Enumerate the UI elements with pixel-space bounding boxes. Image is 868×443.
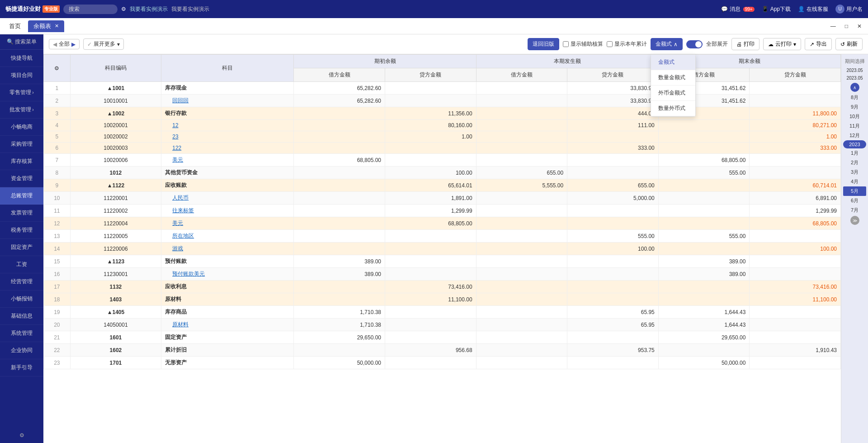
refresh-btn[interactable]: ↺ 刷新 bbox=[835, 38, 863, 50]
sidebar-settings-btn[interactable]: ⚙ bbox=[0, 428, 43, 443]
online-service-btn[interactable]: 👤 在线客服 bbox=[798, 5, 828, 13]
sidebar-item-tax[interactable]: 税务管理 bbox=[0, 222, 43, 239]
expand-btn[interactable]: ✓ 展开更多 ▾ bbox=[83, 38, 124, 50]
sidebar-search[interactable]: 🔍 搜索菜单 bbox=[0, 34, 43, 50]
period-11[interactable]: 11月 bbox=[843, 121, 866, 131]
sidebar-item-purchase[interactable]: 采购管理 bbox=[0, 136, 43, 153]
show-ytd-input[interactable] bbox=[607, 41, 613, 47]
row-subject-cell[interactable]: 美元 bbox=[161, 154, 294, 167]
row-subject-cell[interactable]: 固定资产 bbox=[161, 331, 294, 344]
sidebar-item-invoice[interactable]: 发票管理 bbox=[0, 205, 43, 222]
row-subject-cell[interactable]: 122 bbox=[161, 143, 294, 154]
row-subject-cell[interactable]: 23 bbox=[161, 131, 294, 143]
period-3[interactable]: 3月 bbox=[843, 167, 866, 177]
minimize-btn[interactable]: — bbox=[828, 23, 839, 29]
all-expand-toggle[interactable] bbox=[686, 40, 703, 48]
period-2023-05-1[interactable]: 2023.05 bbox=[843, 67, 866, 74]
row-cb_credit-cell: 1,910.43 bbox=[750, 344, 841, 357]
row-subject-cell[interactable]: 人民币 bbox=[161, 192, 294, 205]
row-subject-cell[interactable]: 原材料 bbox=[161, 319, 294, 331]
cb-credit-label: 贷方金额 bbox=[784, 71, 806, 78]
top-settings-icon[interactable]: ⚙ bbox=[121, 6, 126, 12]
row-subject-cell[interactable]: 应收账款 bbox=[161, 179, 294, 192]
user-menu[interactable]: U 用户名 bbox=[835, 5, 863, 14]
row-subject-cell[interactable]: 原材料 bbox=[161, 293, 294, 306]
sidebar-item-enterprise[interactable]: 企业协同 bbox=[0, 342, 43, 359]
menu-item-amount[interactable]: 金额式 bbox=[651, 55, 695, 70]
row-ob_debit-cell: 68,805.00 bbox=[294, 154, 385, 167]
sidebar-item-ledger[interactable]: 总账管理 bbox=[0, 187, 43, 205]
sidebar-item-guide[interactable]: 新手引导 bbox=[0, 359, 43, 376]
row-subject-cell[interactable]: 往来标签 bbox=[161, 205, 294, 217]
row-num-cell: 19 bbox=[44, 306, 71, 319]
period-4[interactable]: 4月 bbox=[843, 177, 866, 186]
row-subject-cell[interactable]: 银行存款 bbox=[161, 107, 294, 120]
tab-home[interactable]: 首页 bbox=[4, 20, 26, 32]
period-collapse-btn[interactable]: ≫ bbox=[850, 216, 859, 225]
period-5[interactable]: 5月 bbox=[843, 186, 866, 196]
sidebar-item-fund[interactable]: 资金管理 bbox=[0, 170, 43, 187]
menu-item-qty-foreign[interactable]: 数量外币式 bbox=[651, 101, 695, 116]
amount-mode-dropdown[interactable]: 金额式 ∧ 金额式 数量金额式 外币金额式 数量外币式 bbox=[651, 38, 683, 50]
period-1[interactable]: 1月 bbox=[843, 148, 866, 158]
row-cb_credit-cell bbox=[750, 306, 841, 319]
search-box[interactable]: ◀ 全部 ▶ bbox=[49, 39, 80, 49]
app-download-btn[interactable]: 📱 App下载 bbox=[762, 5, 791, 13]
cloud-print-btn[interactable]: ☁ 云打印 ▾ bbox=[763, 38, 801, 50]
sidebar-item-quicknav[interactable]: 快捷导航 bbox=[0, 50, 43, 67]
row-subject-cell[interactable]: 累计折旧 bbox=[161, 344, 294, 357]
sidebar-item-basic[interactable]: 基础信息 bbox=[0, 308, 43, 325]
show-assist-input[interactable] bbox=[563, 41, 569, 47]
period-9[interactable]: 9月 bbox=[843, 102, 866, 112]
return-old-btn[interactable]: 退回旧版 bbox=[528, 38, 559, 50]
sidebar-item-inventory[interactable]: 库存核算 bbox=[0, 153, 43, 170]
close-btn[interactable]: ✕ bbox=[854, 23, 864, 29]
sidebar-item-sales[interactable]: 小畅报销 bbox=[0, 291, 43, 308]
sidebar-item-assets[interactable]: 固定资产 bbox=[0, 239, 43, 256]
tab-balance[interactable]: 余额表 ✕ bbox=[28, 20, 64, 32]
row-subject-cell[interactable]: 应收利息 bbox=[161, 281, 294, 293]
menu-item-qty-amount[interactable]: 数量金额式 bbox=[651, 70, 695, 86]
period-6[interactable]: 6月 bbox=[843, 196, 866, 205]
search-right-icon[interactable]: ▶ bbox=[71, 41, 75, 48]
sidebar-item-ecommerce[interactable]: 小畅电商 bbox=[0, 119, 43, 136]
period-7[interactable]: 7月 bbox=[843, 205, 866, 215]
amount-mode-btn[interactable]: 金额式 ∧ bbox=[651, 38, 683, 50]
demo-text[interactable]: 我要看实例演示 bbox=[171, 5, 209, 13]
row-subject-cell[interactable]: 无形资产 bbox=[161, 357, 294, 369]
settings-col-header[interactable]: ⚙ bbox=[44, 55, 71, 82]
message-btn[interactable]: 💬 消息 99+ bbox=[721, 5, 755, 13]
row-subject-cell[interactable]: 库存现金 bbox=[161, 82, 294, 95]
tab-close-icon[interactable]: ✕ bbox=[55, 23, 59, 29]
row-subject-cell[interactable]: 所在地区 bbox=[161, 230, 294, 243]
sidebar-item-retail[interactable]: 零售管理 › bbox=[0, 84, 43, 101]
demo-link[interactable]: 我要看实例演示 bbox=[130, 5, 168, 13]
sidebar-item-payroll[interactable]: 工资 bbox=[0, 256, 43, 273]
sidebar-item-project[interactable]: 项目合同 bbox=[0, 67, 43, 84]
period-2[interactable]: 2月 bbox=[843, 158, 866, 167]
period-2023-05-2[interactable]: 2023.05 bbox=[843, 74, 866, 82]
row-subject-cell[interactable]: 库存商品 bbox=[161, 306, 294, 319]
sidebar-item-system[interactable]: 系统管理 bbox=[0, 325, 43, 342]
maximize-btn[interactable]: □ bbox=[842, 23, 851, 29]
menu-item-foreign-amount[interactable]: 外币金额式 bbox=[651, 86, 695, 101]
row-subject-cell[interactable]: 12 bbox=[161, 120, 294, 131]
period-10[interactable]: 10月 bbox=[843, 112, 866, 121]
print-btn[interactable]: 🖨 打印 bbox=[731, 38, 760, 50]
period-12[interactable]: 12月 bbox=[843, 131, 866, 140]
period-year-2023[interactable]: 2023 bbox=[843, 140, 866, 148]
period-8[interactable]: 8月 bbox=[843, 93, 866, 102]
show-assist-checkbox[interactable]: 显示辅助核算 bbox=[563, 40, 603, 48]
period-prev-btn[interactable]: ∧ bbox=[850, 83, 859, 92]
row-subject-cell[interactable]: 预付账款美元 bbox=[161, 268, 294, 281]
show-ytd-checkbox[interactable]: 显示本年累计 bbox=[607, 40, 647, 48]
row-subject-cell[interactable]: 其他货币资金 bbox=[161, 167, 294, 179]
sidebar-item-operations[interactable]: 经营管理 bbox=[0, 273, 43, 291]
row-code-cell: 11220002 bbox=[70, 205, 161, 217]
export-btn[interactable]: ↗ 导出 bbox=[805, 38, 832, 50]
sidebar-item-wholesale[interactable]: 批发管理 › bbox=[0, 101, 43, 119]
row-subject-cell[interactable]: 预付账款 bbox=[161, 255, 294, 268]
row-subject-cell[interactable]: 美元 bbox=[161, 217, 294, 230]
row-subject-cell[interactable]: 回回回 bbox=[161, 95, 294, 107]
row-subject-cell[interactable]: 游戏 bbox=[161, 243, 294, 255]
